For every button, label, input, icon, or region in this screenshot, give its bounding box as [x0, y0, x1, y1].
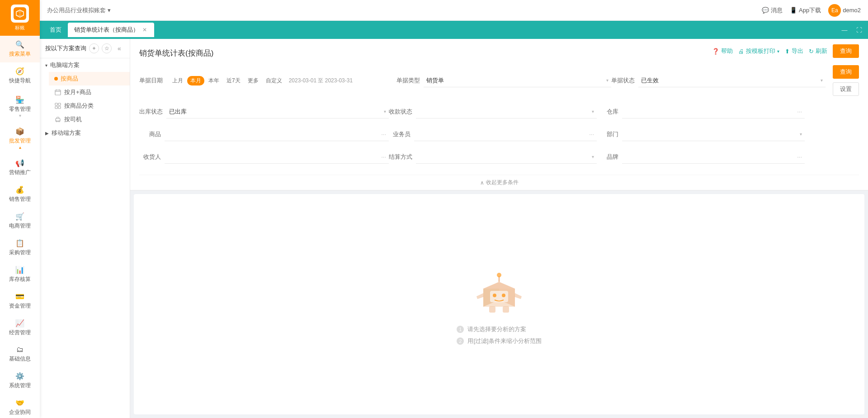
query-button[interactable]: 查询 [833, 44, 859, 58]
left-panel-title: 按以下方案查询 [45, 44, 86, 52]
out-status-control[interactable]: 已出库 ▾ [166, 105, 389, 119]
sidebar-item-finance[interactable]: 💳 资金管理 [0, 288, 40, 314]
brand-dots[interactable]: ··· [797, 153, 802, 160]
tree-group-desktop[interactable]: ▾ 电脑端方案 [40, 58, 130, 72]
page-title-row: 销货单统计表(按商品) ❓ 帮助 🖨 按模板打印 ▾ ⬆ [130, 39, 868, 65]
sidebar-item-search[interactable]: 🔍 搜索菜单 [0, 36, 40, 62]
query-button-2[interactable]: 查询 [833, 65, 859, 79]
svg-rect-9 [490, 291, 508, 302]
sidebar-item-ecommerce[interactable]: 🛒 电商管理 [0, 208, 40, 234]
sidebar-item-retail[interactable]: 🏪 零售管理 ▾ [0, 91, 40, 123]
settle-arrow: ▾ [592, 154, 594, 159]
wholesale-icon: 📦 [15, 127, 24, 136]
salesperson-dots[interactable]: ··· [589, 131, 594, 138]
date-tab-this-year[interactable]: 本年 [205, 76, 222, 86]
receive-status-control[interactable]: ▾ [416, 105, 597, 119]
star-scheme-btn[interactable]: ☆ [102, 43, 112, 53]
tab-sales-stat[interactable]: 销货单统计表（按商品） ✕ [68, 23, 154, 37]
svg-rect-2 [55, 103, 57, 105]
dept-control[interactable]: ▾ [622, 128, 805, 141]
status-control[interactable]: 已生效 ▾ [638, 74, 826, 87]
filter-field-dept: 部门 ▾ [597, 128, 805, 141]
status-value: 已生效 [641, 76, 819, 85]
logo-icon [11, 5, 29, 23]
sales-icon: 💰 [15, 185, 24, 194]
settings-button[interactable]: 设置 [833, 82, 859, 96]
date-tab-custom[interactable]: 自定义 [263, 76, 285, 86]
tip-num-2: 2 [457, 337, 464, 345]
tabbar-minimize-btn[interactable]: — [839, 24, 850, 35]
salesperson-control[interactable]: ··· [414, 128, 597, 141]
tip-text-2: 用[过滤]条件来缩小分析范围 [467, 337, 541, 345]
tree-desktop-children: 按商品 按月+商品 [40, 72, 130, 126]
industry-dropdown[interactable]: 办公用品行业模拟账套 ▾ [47, 6, 111, 14]
settle-control[interactable]: ▾ [416, 150, 597, 164]
brand-control[interactable]: ··· [622, 150, 805, 164]
date-tab-7days[interactable]: 近7天 [223, 76, 244, 86]
app-download-btn[interactable]: 📱 App下载 [790, 6, 821, 14]
refresh-btn[interactable]: ↻ 刷新 [809, 47, 827, 55]
receiver-label: 收货人 [139, 153, 165, 161]
template-print-btn[interactable]: 🖨 按模板打印 ▾ [738, 47, 779, 55]
help-btn[interactable]: ❓ 帮助 [712, 47, 733, 55]
receiver-dots[interactable]: ··· [381, 153, 386, 160]
action-btns: 查询 设置 [826, 65, 859, 96]
topbar-right: 💬 消息 📱 App下载 Ea demo2 [762, 4, 861, 17]
date-control: 上月 本月 本年 近7天 更多 自定义 2023-03-01 至 2023-03… [166, 74, 396, 87]
collapse-panel-btn[interactable]: « [114, 43, 124, 53]
sidebar-item-system[interactable]: ⚙️ 系统管理 [0, 367, 40, 394]
filter-field-settle: 结算方式 ▾ [389, 150, 597, 164]
tabbar-maximize-btn[interactable]: ⛶ [854, 24, 864, 35]
tree-item-by-driver[interactable]: 按司机 [49, 113, 130, 126]
sidebar-item-purchase[interactable]: 📋 采购管理 [0, 234, 40, 261]
warehouse-control[interactable]: ··· [622, 105, 805, 119]
filter-row-2: 出库状态 已出库 ▾ 收款状态 ▾ [139, 105, 859, 119]
marketing-icon: 📢 [15, 159, 24, 167]
goods-control[interactable]: ··· [165, 128, 389, 141]
empty-tip-1: 1 请先选择要分析的方案 [457, 325, 541, 333]
sidebar-item-basic[interactable]: 🗂 基础信息 [0, 341, 40, 367]
sidebar-item-business[interactable]: 📈 经营管理 [0, 314, 40, 341]
date-tab-last-month[interactable]: 上月 [169, 76, 186, 86]
svg-rect-3 [58, 103, 61, 105]
tree-item-by-category[interactable]: 按商品分类 [49, 99, 130, 113]
goods-dots[interactable]: ··· [381, 131, 386, 138]
settle-label: 结算方式 [389, 153, 416, 161]
salesperson-label: 业务员 [389, 130, 414, 138]
message-btn[interactable]: 💬 消息 [762, 6, 783, 14]
date-label: 单据日期 [139, 76, 166, 85]
sidebar-item-enterprise[interactable]: 🤝 企业协同 [0, 394, 40, 418]
tree-item-by-month-goods[interactable]: 按月+商品 [49, 86, 130, 99]
export-btn[interactable]: ⬆ 导出 [785, 47, 803, 55]
date-tab-more[interactable]: 更多 [245, 76, 262, 86]
receiver-control[interactable]: ··· [165, 150, 389, 164]
tab-home[interactable]: 首页 [43, 23, 68, 37]
collapse-more-btn[interactable]: ∧ 收起更多条件 [139, 175, 859, 186]
date-tab-this-month[interactable]: 本月 [187, 76, 204, 86]
finance-icon: 💳 [15, 292, 24, 301]
filter-field-salesperson: 业务员 ··· [389, 128, 597, 141]
message-icon: 💬 [762, 7, 769, 14]
receive-status-arrow: ▾ [592, 109, 594, 114]
right-panel: 销货单统计表(按商品) ❓ 帮助 🖨 按模板打印 ▾ ⬆ [130, 39, 868, 418]
sidebar-item-wholesale[interactable]: 📦 批发管理 ▴ [0, 123, 40, 154]
out-status-arrow: ▾ [384, 109, 386, 114]
help-icon: ❓ [712, 48, 719, 55]
date-tabs: 上月 本月 本年 近7天 更多 自定义 [169, 76, 285, 86]
tab-close-btn[interactable]: ✕ [142, 27, 148, 33]
warehouse-dots[interactable]: ··· [797, 108, 802, 115]
tree-group-mobile[interactable]: ▶ 移动端方案 [40, 126, 130, 140]
tree-item-by-goods[interactable]: 按商品 [49, 72, 130, 86]
sidebar-item-sales-mgmt[interactable]: 💰 销售管理 [0, 181, 40, 208]
add-scheme-btn[interactable]: + [89, 43, 99, 53]
type-label: 单据类型 [396, 76, 424, 85]
svg-point-13 [497, 273, 501, 277]
sidebar-item-marketing[interactable]: 📢 营销推广 [0, 154, 40, 181]
type-value: 销货单 [426, 76, 604, 85]
svg-rect-14 [489, 306, 495, 313]
sidebar-item-quick-nav[interactable]: 🧭 快捷导航 [0, 62, 40, 89]
type-control[interactable]: 销货单 ▾ [424, 74, 611, 87]
user-profile[interactable]: Ea demo2 [828, 4, 861, 17]
sidebar-item-inventory[interactable]: 📊 库存核算 [0, 261, 40, 288]
system-icon: ⚙️ [15, 372, 24, 380]
